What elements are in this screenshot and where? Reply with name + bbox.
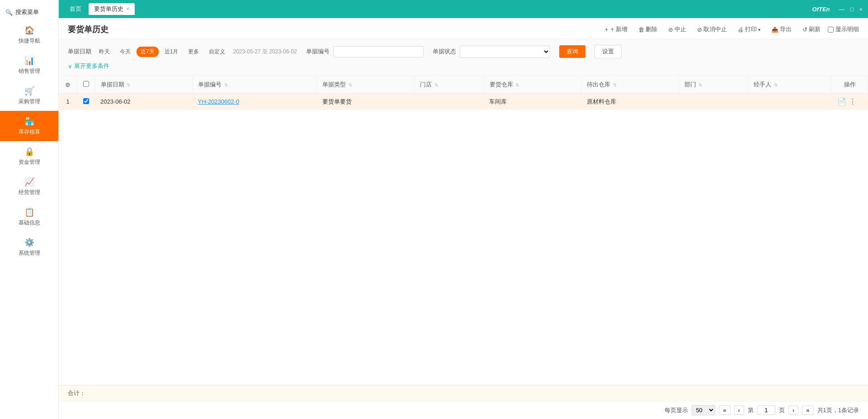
sidebar-search[interactable]: 🔍 搜索菜单	[0, 5, 58, 20]
store-icon: 🏪	[24, 116, 34, 126]
th-pending-warehouse[interactable]: 待出仓库 ⇅	[581, 76, 679, 94]
per-page-label: 每页显示	[665, 406, 688, 414]
table-row: 1 2023-06-02 YH-20230602-0 要货单要货 车间库 原材料…	[59, 94, 868, 110]
page-suffix: 页	[779, 406, 785, 414]
th-doc-date[interactable]: 单据日期 ⇅	[95, 76, 193, 94]
doc-no-link[interactable]: YH-20230602-0	[198, 98, 240, 105]
window-minimize-btn[interactable]: —	[839, 6, 845, 13]
date-range-display: 2023-05-27 至 2023-06-02	[233, 48, 297, 56]
sort-icon: ⇅	[774, 82, 778, 87]
th-doc-no[interactable]: 单据编号 ⇅	[193, 76, 317, 94]
sidebar-item-quick-nav[interactable]: 🏠 快捷导航	[0, 20, 58, 50]
date-today-btn[interactable]: 今天	[116, 47, 135, 57]
filter-area: 单据日期 昨天 今天 近7天 近1月 更多 自定义 2023-05-27 至 2…	[59, 39, 868, 76]
delete-label: 删除	[646, 25, 657, 33]
window-close-btn[interactable]: ×	[859, 6, 863, 13]
date-more-btn[interactable]: 更多	[184, 47, 203, 57]
th-store[interactable]: 门店 ⇅	[414, 76, 484, 94]
content-area: 要货单历史 ＋ + 新增 🗑 删除 ⊘ 中止 ⊘ 取消中止	[59, 18, 868, 419]
home-icon: 🏠	[24, 25, 34, 35]
next-page-btn[interactable]: ›	[788, 405, 798, 415]
select-all-checkbox[interactable]	[83, 81, 89, 87]
sidebar-item-basic-info[interactable]: 📋 基础信息	[0, 202, 58, 232]
sidebar-item-finance[interactable]: 🔒 资金管理	[0, 141, 58, 171]
page-label: 第	[748, 406, 754, 414]
sort-icon: ⇅	[698, 82, 702, 87]
main-area: 首页 要货单历史 × OfTEn — □ × 要货单历史 ＋ + 新增 🗑	[59, 0, 868, 419]
date-custom-btn[interactable]: 自定义	[205, 47, 229, 57]
sidebar-item-label: 系统管理	[19, 249, 40, 257]
row-checkbox[interactable]	[83, 98, 89, 104]
sidebar-item-label: 销售管理	[19, 67, 40, 75]
export-icon: 📤	[771, 26, 778, 33]
first-page-btn[interactable]: «	[719, 405, 730, 415]
sort-icon: ⇅	[515, 82, 519, 87]
status-filter-label: 单据状态	[433, 48, 456, 56]
tab-active[interactable]: 要货单历史 ×	[89, 3, 135, 15]
delete-button[interactable]: 🗑 删除	[635, 24, 661, 35]
table-header-row: ⚙ 单据日期 ⇅ 单据编号 ⇅	[59, 76, 868, 94]
footer-sum: 合计：	[59, 385, 868, 401]
th-settings[interactable]: ⚙	[59, 76, 77, 94]
cancel-stop-icon: ⊘	[697, 26, 702, 33]
print-label: 打印	[745, 25, 757, 33]
date-yesterday-btn[interactable]: 昨天	[95, 47, 114, 57]
page-number-input[interactable]	[757, 405, 775, 415]
cart-icon: 🛒	[24, 86, 34, 96]
show-detail-checkbox[interactable]	[828, 27, 834, 33]
docno-filter-group: 单据编号	[306, 46, 424, 57]
chart-icon: 📊	[24, 56, 34, 66]
date-7days-btn[interactable]: 近7天	[137, 47, 159, 57]
th-req-warehouse[interactable]: 要货仓库 ⇅	[484, 76, 581, 94]
refresh-button[interactable]: ↺ 刷新	[799, 24, 824, 35]
th-dept[interactable]: 部门 ⇅	[679, 76, 748, 94]
td-doc-no: YH-20230602-0	[193, 94, 317, 110]
date-filter-label: 单据日期	[68, 48, 91, 56]
td-handler	[748, 94, 832, 110]
data-table: ⚙ 单据日期 ⇅ 单据编号 ⇅	[59, 76, 868, 110]
tab-close-icon[interactable]: ×	[126, 6, 129, 12]
sidebar-item-label: 资金管理	[19, 158, 40, 166]
view-op-icon[interactable]: 📄	[837, 97, 846, 106]
new-button[interactable]: ＋ + 新增	[600, 24, 631, 35]
stop-label: 中止	[675, 25, 686, 33]
delete-icon: 🗑	[638, 26, 644, 33]
date-1month-btn[interactable]: 近1月	[160, 47, 183, 57]
sidebar-item-operations[interactable]: 📈 经营管理	[0, 171, 58, 202]
prev-page-btn[interactable]: ‹	[734, 405, 744, 415]
tab-home[interactable]: 首页	[64, 3, 87, 15]
status-filter-select[interactable]	[460, 46, 550, 58]
stop-button[interactable]: ⊘ 中止	[665, 24, 690, 35]
td-dept	[679, 94, 748, 110]
export-button[interactable]: 📤 导出	[768, 24, 795, 35]
expand-more-btn[interactable]: ∨ 展开更多条件	[68, 62, 859, 70]
topbar-right: OfTEn — □ ×	[812, 6, 863, 13]
sidebar-item-sales[interactable]: 📊 销售管理	[0, 50, 58, 81]
new-label: + 新增	[611, 25, 627, 33]
sidebar-item-label: 采购管理	[19, 98, 40, 105]
query-button[interactable]: 查询	[559, 45, 585, 58]
td-doc-type: 要货单要货	[317, 94, 415, 110]
sidebar: 🔍 搜索菜单 🏠 快捷导航 📊 销售管理 🛒 采购管理 🏪 库存核算 🔒 资金管…	[0, 0, 59, 419]
print-button[interactable]: 🖨 打印 ▾	[734, 24, 764, 35]
settings-button[interactable]: 设置	[594, 45, 622, 58]
more-op-icon[interactable]: ⋮	[849, 97, 856, 106]
th-doc-type[interactable]: 单据类型 ⇅	[317, 76, 415, 94]
th-handler[interactable]: 经手人 ⇅	[748, 76, 832, 94]
sort-icon: ⇅	[127, 82, 130, 87]
cancel-stop-button[interactable]: ⊘ 取消中止	[693, 24, 731, 35]
window-maximize-btn[interactable]: □	[850, 6, 854, 13]
last-page-btn[interactable]: »	[802, 405, 813, 415]
chevron-down-icon: ∨	[68, 63, 72, 70]
refresh-label: 刷新	[809, 25, 821, 33]
page-size-select[interactable]: 50 100	[692, 405, 715, 415]
docno-filter-input[interactable]	[333, 46, 424, 57]
table-area: ⚙ 单据日期 ⇅ 单据编号 ⇅	[59, 76, 868, 385]
show-detail-checkbox-label[interactable]: 显示明细	[828, 25, 859, 33]
sidebar-item-label: 库存核算	[19, 128, 40, 136]
sidebar-item-purchase[interactable]: 🛒 采购管理	[0, 81, 58, 111]
sidebar-item-system[interactable]: ⚙️ 系统管理	[0, 232, 58, 262]
export-label: 导出	[780, 25, 792, 33]
expand-more-label: 展开更多条件	[74, 62, 109, 70]
sidebar-item-inventory[interactable]: 🏪 库存核算	[0, 111, 58, 141]
